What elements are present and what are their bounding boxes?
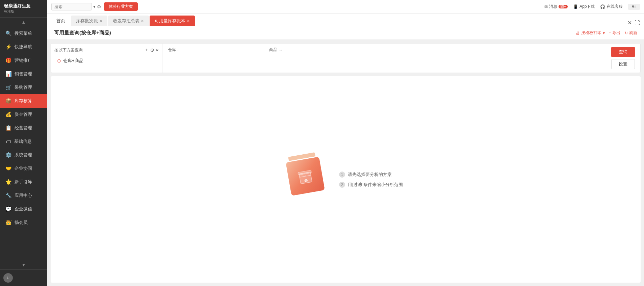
sidebar-item-wechat[interactable]: 💬 企业微信 xyxy=(0,202,47,216)
schema-item-label: 仓库+商品 xyxy=(63,58,83,64)
sidebar-item-label: 资金管理 xyxy=(15,111,32,118)
box-icon xyxy=(295,166,315,186)
empty-box-graphic xyxy=(286,157,325,196)
message-badge: 99+ xyxy=(559,5,568,8)
inventory-icon: 📦 xyxy=(5,98,12,104)
tab-batch-close[interactable]: ✕ xyxy=(99,19,102,23)
refresh-btn[interactable]: ↻ 刷新 xyxy=(624,30,637,36)
industry-btn[interactable]: 体验行业方案 xyxy=(104,2,138,11)
tab-batch-label: 库存批次账 xyxy=(76,18,98,24)
warehouse-label-text: 仓库 xyxy=(168,47,176,53)
online-service-btn[interactable]: 🎧 在线客服 xyxy=(600,4,623,9)
top-header: ▾ ⚙ 体验行业方案 ✉ 消息 99+ 📱 App下载 🎧 在线客服 Rit xyxy=(47,0,644,14)
sidebar-item-appcenter[interactable]: 🔧 应用中心 xyxy=(0,189,47,202)
warehouse-input[interactable] xyxy=(168,54,262,62)
warehouse-more-btn[interactable]: ··· xyxy=(177,48,181,52)
content-area: 可用量查询(按仓库+商品) 🖨 按模板打印 ▾ ↑ 导出 ↻ 刷新 xyxy=(47,26,644,286)
sidebar-item-label: 库存核算 xyxy=(15,98,32,104)
finance-icon: 💰 xyxy=(5,111,12,118)
tab-summary-close[interactable]: ✕ xyxy=(141,19,144,23)
message-btn[interactable]: ✉ 消息 99+ xyxy=(544,4,568,9)
tab-expand-btn[interactable]: ⛶ xyxy=(635,20,640,26)
tab-home-label: 首页 xyxy=(56,18,65,24)
user-profile-btn[interactable]: Rit xyxy=(628,4,640,10)
sales-icon: 📊 xyxy=(5,71,12,77)
query-button[interactable]: 查询 xyxy=(611,47,635,57)
sidebar-item-operations[interactable]: 📋 经营管理 xyxy=(0,121,47,135)
tab-batch[interactable]: 库存批次账 ✕ xyxy=(71,16,107,26)
goods-field: 商品 ··· xyxy=(269,47,364,62)
message-label: 消息 xyxy=(549,4,557,9)
goods-more-btn[interactable]: ··· xyxy=(279,48,282,52)
enterprise-icon: 🤝 xyxy=(5,165,12,172)
message-icon: ✉ xyxy=(544,4,548,9)
goods-field-label: 商品 ··· xyxy=(269,47,364,53)
schema-item-warehouse-goods[interactable]: ⊙ 仓库+商品 xyxy=(54,56,159,66)
service-label: 在线客服 xyxy=(607,4,623,9)
sidebar-item-inventory[interactable]: 📦 库存核算 xyxy=(0,94,47,108)
sidebar-item-member[interactable]: 👑 畅会员 xyxy=(0,216,47,229)
service-icon: 🎧 xyxy=(600,4,605,9)
sidebar-item-marketing[interactable]: 🎁 营销推广 xyxy=(0,54,47,67)
query-panel: 按以下方案查询 ＋ ⊙ « ⊙ 仓库+商品 仓库 ··· xyxy=(51,43,641,73)
tab-available[interactable]: 可用量库存账本 ✕ xyxy=(150,16,195,26)
sidebar-item-purchase[interactable]: 🛒 采购管理 xyxy=(0,81,47,94)
warehouse-field-label: 仓库 ··· xyxy=(168,47,262,53)
export-icon: ↑ xyxy=(609,31,611,35)
collapse-panel-btn[interactable]: « xyxy=(156,47,159,53)
settings-button[interactable]: 设置 xyxy=(611,59,635,69)
marketing-icon: 🎁 xyxy=(5,57,12,63)
sidebar-item-label: 企业协同 xyxy=(15,165,32,172)
sidebar-item-label: 基础信息 xyxy=(14,138,32,145)
sidebar-nav: 🔍 搜索菜单 ⚡ 快捷导航 🎁 营销推广 📊 销售管理 🛒 采购管理 📦 库存核… xyxy=(0,27,47,260)
app-download-btn[interactable]: 📱 App下载 xyxy=(573,4,595,9)
hint-num-2: 2 xyxy=(339,182,345,188)
schema-settings-btn[interactable]: ⊙ xyxy=(150,47,154,53)
avatar[interactable]: U xyxy=(3,273,13,283)
scroll-up-btn[interactable]: ▲ xyxy=(0,18,47,27)
sidebar-item-shortcut[interactable]: ⚡ 快捷导航 xyxy=(0,40,47,54)
sidebar-item-sales[interactable]: 📊 销售管理 xyxy=(0,67,47,81)
shortcut-icon: ⚡ xyxy=(5,44,12,50)
sidebar-item-enterprise[interactable]: 🤝 企业协同 xyxy=(0,162,47,175)
scroll-down-btn[interactable]: ▼ xyxy=(0,260,47,269)
header-right: ✉ 消息 99+ 📱 App下载 🎧 在线客服 Rit xyxy=(544,4,640,10)
sidebar-item-finance[interactable]: 💰 资金管理 xyxy=(0,108,47,121)
schema-item-icon: ⊙ xyxy=(57,58,61,63)
goods-label-text: 商品 xyxy=(269,47,277,53)
tab-home[interactable]: 首页 xyxy=(51,16,70,26)
sidebar-item-label: 应用中心 xyxy=(15,192,32,199)
export-btn[interactable]: ↑ 导出 xyxy=(609,30,620,36)
tab-available-label: 可用量库存账本 xyxy=(155,18,185,24)
add-schema-btn[interactable]: ＋ xyxy=(144,47,149,53)
empty-state: 1 请先选择要分析的方案 2 用[过滤]条件来缩小分析范围 xyxy=(51,76,641,283)
purchase-icon: 🛒 xyxy=(5,84,12,90)
operations-icon: 📋 xyxy=(5,125,12,131)
query-schema-title: 按以下方案查询 xyxy=(54,47,83,53)
tab-bar-extra: ✕ ⛶ xyxy=(627,20,640,26)
refresh-label: 刷新 xyxy=(629,30,637,36)
print-label: 按模板打印 xyxy=(581,30,601,36)
sidebar-item-basic[interactable]: 🗃 基础信息 xyxy=(0,135,47,148)
print-btn[interactable]: 🖨 按模板打印 ▾ xyxy=(576,30,605,36)
sidebar-item-label: 畅会员 xyxy=(15,219,28,226)
print-icon: 🖨 xyxy=(576,31,580,35)
print-dropdown-icon: ▾ xyxy=(603,31,605,35)
sidebar-item-system[interactable]: ⚙️ 系统管理 xyxy=(0,148,47,162)
tab-available-close[interactable]: ✕ xyxy=(187,19,190,23)
member-icon: 👑 xyxy=(5,219,12,226)
sidebar-item-search[interactable]: 🔍 搜索菜单 xyxy=(0,27,47,40)
tab-summary-label: 收发存汇总表 xyxy=(113,18,139,24)
tab-close-btn[interactable]: ✕ xyxy=(627,20,632,26)
header-search-input[interactable] xyxy=(51,3,92,10)
refresh-icon: ↻ xyxy=(624,31,628,35)
warehouse-field: 仓库 ··· xyxy=(168,47,262,62)
search-icon: 🔍 xyxy=(5,30,12,36)
goods-input[interactable] xyxy=(269,54,364,62)
tab-summary[interactable]: 收发存汇总表 ✕ xyxy=(108,16,149,26)
sidebar-item-newuser[interactable]: 🌟 新手引导 xyxy=(0,175,47,189)
empty-text-area: 1 请先选择要分析的方案 2 用[过滤]条件来缩小分析范围 xyxy=(339,172,403,188)
header-dropdown-btn[interactable]: ▾ xyxy=(93,4,96,9)
header-gear-btn[interactable]: ⚙ xyxy=(97,4,101,9)
tab-bar: 首页 库存批次账 ✕ 收发存汇总表 ✕ 可用量库存账本 ✕ ✕ ⛶ xyxy=(47,14,644,26)
